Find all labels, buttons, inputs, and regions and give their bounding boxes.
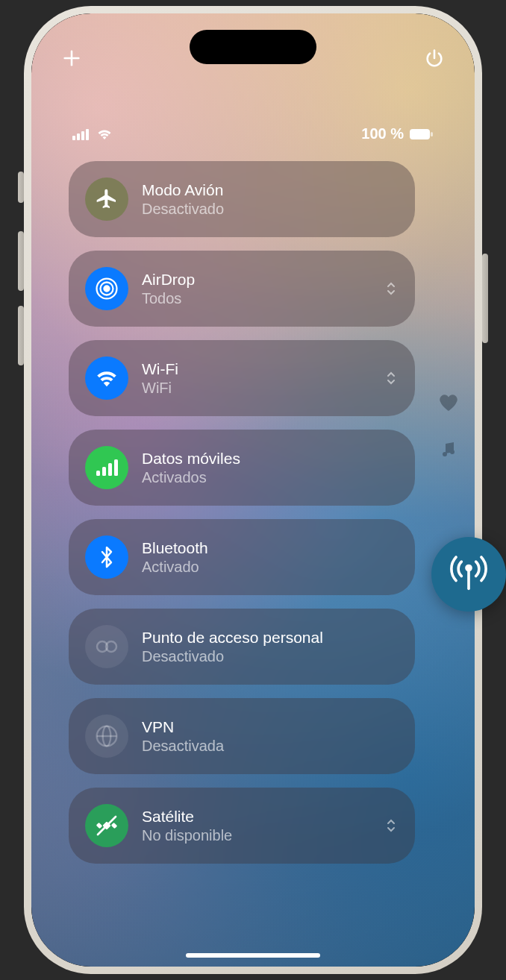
control-title: AirDrop [142, 271, 195, 289]
volume-down-button [18, 306, 24, 365]
control-title: Modo Avión [142, 181, 224, 199]
control-title: Punto de acceso personal [142, 629, 323, 647]
control-status: Activados [142, 469, 240, 486]
control-title: Satélite [142, 808, 232, 826]
expand-chevron-icon [385, 370, 397, 386]
control-status: Activado [142, 559, 208, 576]
control-title: Bluetooth [142, 539, 208, 557]
cellular-signal-icon [72, 128, 90, 140]
wifi-icon [85, 356, 128, 400]
satellite-icon [85, 804, 128, 847]
control-status: Desactivado [142, 201, 224, 218]
control-status: WiFi [142, 380, 178, 397]
dynamic-island [190, 30, 316, 64]
svg-rect-7 [410, 129, 430, 139]
svg-rect-22 [96, 823, 102, 829]
svg-rect-13 [102, 467, 106, 476]
svg-rect-23 [111, 823, 117, 829]
action-button [18, 172, 24, 203]
svg-rect-4 [77, 134, 80, 140]
airdrop-icon [85, 267, 128, 310]
bluetooth-toggle[interactable]: Bluetooth Activado [69, 519, 415, 595]
airplane-mode-toggle[interactable]: Modo Avión Desactivado [69, 161, 415, 237]
svg-rect-8 [431, 132, 433, 136]
expand-chevron-icon [385, 280, 397, 297]
control-status: Desactivada [142, 738, 224, 755]
connectivity-page-indicator[interactable] [431, 537, 506, 612]
svg-point-26 [466, 566, 471, 571]
cellular-icon [85, 446, 128, 489]
phone-frame: 100 % Modo Avión D [24, 6, 482, 974]
cellular-data-toggle[interactable]: Datos móviles Activados [69, 430, 415, 506]
battery-percent: 100 % [361, 125, 404, 142]
svg-rect-3 [72, 136, 75, 140]
airplane-icon [85, 178, 128, 221]
add-control-button[interactable] [61, 48, 82, 69]
hotspot-icon [85, 625, 128, 668]
svg-rect-12 [96, 471, 100, 476]
control-center-screen: 100 % Modo Avión D [31, 13, 475, 967]
side-button [482, 254, 488, 343]
vpn-icon [85, 714, 128, 758]
expand-chevron-icon [385, 817, 397, 834]
airdrop-toggle[interactable]: AirDrop Todos [69, 251, 415, 327]
svg-rect-15 [114, 459, 118, 476]
control-status: No disponible [142, 827, 232, 844]
wifi-toggle[interactable]: Wi-Fi WiFi [69, 340, 415, 416]
svg-point-9 [104, 286, 109, 291]
svg-rect-5 [81, 131, 84, 140]
svg-rect-6 [86, 129, 89, 140]
volume-up-button [18, 231, 24, 291]
satellite-toggle[interactable]: Satélite No disponible [69, 788, 415, 864]
home-indicator[interactable] [186, 953, 320, 958]
control-title: Wi-Fi [142, 360, 178, 378]
control-title: Datos móviles [142, 450, 240, 468]
bluetooth-icon [85, 535, 128, 579]
personal-hotspot-toggle[interactable]: Punto de acceso personal Desactivado [69, 609, 415, 685]
control-title: VPN [142, 718, 224, 736]
wifi-status-icon [96, 128, 113, 140]
battery-icon [410, 128, 434, 140]
control-status: Todos [142, 290, 195, 307]
power-button[interactable] [424, 48, 445, 69]
status-bar: 100 % [72, 125, 434, 142]
music-page-icon[interactable] [439, 440, 458, 459]
vpn-toggle[interactable]: VPN Desactivada [69, 698, 415, 774]
control-status: Desactivado [142, 648, 323, 665]
svg-rect-14 [108, 463, 112, 476]
favorites-page-icon[interactable] [439, 394, 458, 412]
connectivity-controls: Modo Avión Desactivado AirDrop [69, 161, 415, 864]
